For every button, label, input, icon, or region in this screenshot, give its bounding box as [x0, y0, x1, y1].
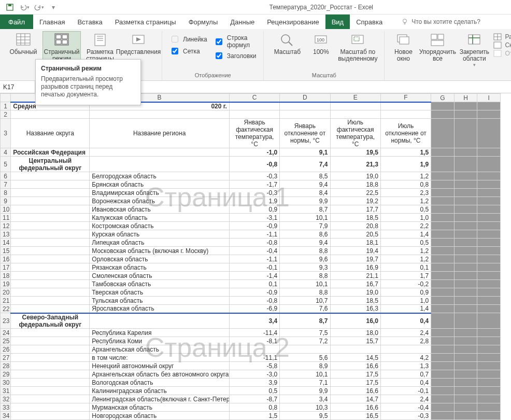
data-row[interactable]: 14Липецкая область-0,89,418,10,5	[1, 239, 501, 247]
tell-me-search[interactable]: Что вы хотите сделать?	[401, 15, 480, 29]
data-row[interactable]: 18Смоленская область-1,48,821,11,7	[1, 272, 501, 280]
freeze-panes-button[interactable]: Закрепить области	[457, 31, 491, 67]
svg-rect-3	[17, 34, 30, 45]
data-row[interactable]: 30Вологодская область3,97,117,50,4	[1, 379, 501, 387]
qat-customize[interactable]: ▾	[47, 1, 60, 13]
unhide-button[interactable]: Отобразить	[493, 50, 511, 57]
row-2[interactable]: 2	[1, 110, 501, 119]
data-row[interactable]: 5Центральный федеральный округ-0,87,421,…	[1, 157, 501, 172]
new-window-button[interactable]: Новое окно	[389, 31, 418, 62]
svg-rect-37	[494, 42, 501, 48]
svg-rect-12	[56, 40, 61, 44]
svg-point-20	[281, 35, 290, 43]
data-row[interactable]: 20Тверская область-0,98,819,00,9	[1, 288, 501, 297]
svg-rect-31	[469, 35, 480, 44]
tab-review[interactable]: Рецензирование	[261, 15, 325, 29]
page-layout-button[interactable]: Разметка страницы	[81, 31, 119, 62]
title-bar: ▾ Температура_2020г_Росстат - Excel	[0, 0, 511, 15]
tab-insert[interactable]: Вставка	[71, 15, 108, 29]
data-row[interactable]: 19Тамбовская область0,110,116,7-0,2	[1, 280, 501, 288]
data-row[interactable]: 9Воронежская область1,99,919,21,2	[1, 197, 501, 205]
group-zoom: Масштаб 100 100% Масштаб по выделенному …	[264, 31, 385, 80]
undo-button[interactable]	[18, 1, 31, 13]
zoom-100-button[interactable]: 100 100%	[306, 31, 335, 55]
document-title: Температура_2020г_Росстат - Excel	[269, 4, 373, 11]
custom-views-icon	[130, 32, 147, 48]
svg-rect-13	[62, 40, 67, 44]
data-row[interactable]: 34Новгородская область1,59,516,5-0,3	[1, 412, 501, 420]
page-layout-icon	[91, 32, 109, 48]
tab-data[interactable]: Данные	[224, 15, 261, 29]
zoom-selection-icon	[349, 32, 366, 48]
data-row[interactable]: 32Ленинградская область(включая г. Санкт…	[1, 395, 501, 403]
data-row[interactable]: 8Владимирская область-0,38,422,52,3	[1, 189, 501, 197]
zoom-icon	[278, 32, 296, 48]
data-row[interactable]: 16Орловская область-1,19,619,71,2	[1, 255, 501, 263]
lightbulb-icon	[401, 18, 408, 25]
formula-bar-checkbox[interactable]: Строка формул	[214, 34, 257, 49]
custom-views-button[interactable]: Представления	[119, 31, 158, 55]
ribbon: Обычный Страничный режим Разметка страни…	[0, 29, 511, 81]
row-3[interactable]: 3 Название округа Название региона Январ…	[1, 119, 501, 148]
tooltip-page-break-preview: Страничный режим Предварительный просмот…	[35, 59, 141, 105]
redo-button[interactable]	[32, 1, 46, 13]
worksheet-area[interactable]: Страница 1 Страница 2 ABCDEFGHI 1 Средня…	[0, 93, 511, 420]
data-row[interactable]: 11Калужская область-3,110,118,51,0	[1, 214, 501, 222]
data-row[interactable]: 13Курская область-1,18,620,51,4	[1, 230, 501, 239]
svg-rect-38	[494, 50, 501, 57]
group-label-show: Отображение	[166, 71, 259, 80]
data-row[interactable]: 27в том числе:-11,15,614,54,2	[1, 354, 501, 362]
data-row[interactable]: 22Ярославская область-6,97,616,31,4	[1, 305, 501, 313]
data-row[interactable]: 26Архангельская область	[1, 345, 501, 354]
tab-formulas[interactable]: Формулы	[182, 15, 224, 29]
arrange-all-button[interactable]: Упорядочить все	[418, 31, 457, 62]
data-row[interactable]: 12Костромская область-0,97,920,82,2	[1, 222, 501, 230]
ribbon-tabs: Файл Главная Вставка Разметка страницы Ф…	[0, 15, 511, 29]
page-break-preview-button[interactable]: Страничный режим	[42, 31, 81, 63]
data-row[interactable]: 25Республика Коми-8,17,215,72,8	[1, 337, 501, 345]
tab-view[interactable]: Вид	[325, 15, 350, 29]
data-row[interactable]: 15Московская область (включая г. Москву)…	[1, 247, 501, 255]
data-row[interactable]: 21Тульская область-0,810,718,51,0	[1, 297, 501, 305]
zoom-selection-button[interactable]: Масштаб по выделенному	[335, 31, 380, 62]
normal-view-button[interactable]: Обычный	[4, 31, 42, 55]
svg-rect-10	[56, 35, 61, 39]
name-box[interactable]: K17	[0, 81, 35, 93]
tab-help[interactable]: Справка	[350, 15, 389, 29]
tab-home[interactable]: Главная	[33, 15, 71, 29]
spreadsheet-grid[interactable]: ABCDEFGHI 1 Средня 020 г. 2 3 Название о…	[0, 93, 501, 420]
gridlines-checkbox[interactable]: Сетка	[169, 46, 207, 56]
data-row[interactable]: 7Брянская область-1,79,418,80,8	[1, 180, 501, 189]
data-row[interactable]: 4Российская Федерация-1,09,119,51,5	[1, 148, 501, 157]
hide-button[interactable]: Скрыть	[493, 41, 511, 49]
arrange-all-icon	[429, 32, 446, 48]
svg-point-2	[403, 19, 407, 23]
tab-page-layout[interactable]: Разметка страницы	[109, 15, 182, 29]
group-label-zoom: Масштаб	[268, 71, 380, 80]
data-row[interactable]: 10Ивановская область0,98,717,70,5	[1, 205, 501, 214]
data-row[interactable]: 23Северо-Западный федеральный округ3,48,…	[1, 313, 501, 329]
zoom-100-icon: 100	[312, 32, 330, 48]
data-row[interactable]: 31Калининградская область0,59,916,6-0,1	[1, 387, 501, 395]
tab-file[interactable]: Файл	[0, 15, 33, 29]
headings-checkbox[interactable]: Заголовки	[214, 51, 257, 61]
svg-rect-24	[352, 35, 363, 44]
group-show: Линейка Сетка Строка формул Заголовки От…	[162, 31, 264, 80]
split-button[interactable]: Разделить	[493, 33, 511, 40]
data-row[interactable]: 33Мурманская область0,810,316,6-0,4	[1, 403, 501, 412]
new-window-icon	[394, 32, 412, 48]
svg-rect-11	[62, 35, 67, 39]
svg-rect-30	[431, 40, 444, 46]
data-row[interactable]: 28Ненецкий автономный округ-5,88,916,61,…	[1, 362, 501, 370]
svg-rect-27	[400, 37, 409, 44]
group-window: Новое окно Упорядочить все Закрепить обл…	[385, 31, 511, 80]
data-row[interactable]: 29Архангельская область без автономного …	[1, 370, 501, 379]
freeze-panes-icon	[465, 32, 483, 48]
zoom-button[interactable]: Масштаб	[268, 31, 306, 55]
ruler-checkbox[interactable]: Линейка	[169, 34, 207, 44]
save-button[interactable]	[3, 1, 17, 13]
data-row[interactable]: 24Республика Карелия-11,47,518,02,4	[1, 329, 501, 337]
data-row[interactable]: 17Рязанская область-0,19,316,90,1	[1, 263, 501, 272]
data-row[interactable]: 6Белгородская область-0,38,519,01,2	[1, 172, 501, 180]
quick-access-toolbar: ▾	[3, 1, 60, 13]
